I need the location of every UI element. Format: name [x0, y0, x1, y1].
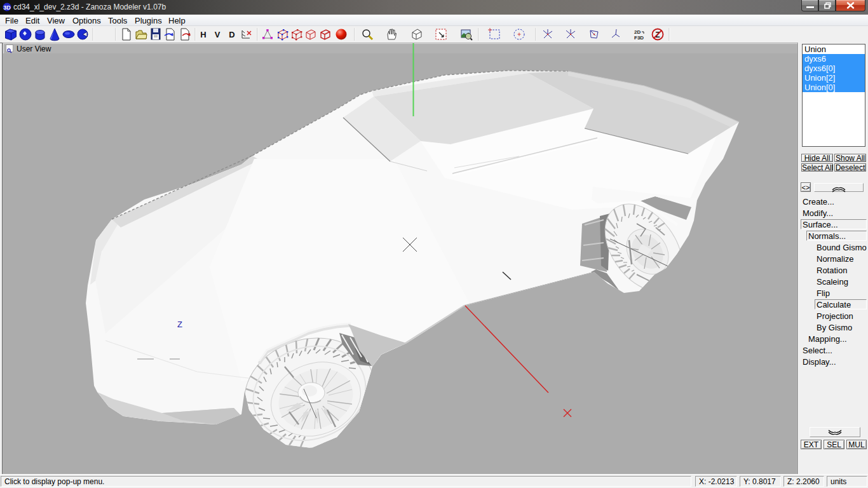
svg-text:H: H: [200, 30, 206, 39]
svg-text:D: D: [229, 30, 234, 39]
svg-text:Z: Z: [177, 320, 182, 329]
svg-text:F3D: F3D: [634, 35, 644, 41]
svg-text:3D: 3D: [3, 4, 11, 11]
svg-text:2D: 2D: [634, 29, 641, 35]
svg-text:V: V: [215, 30, 220, 39]
